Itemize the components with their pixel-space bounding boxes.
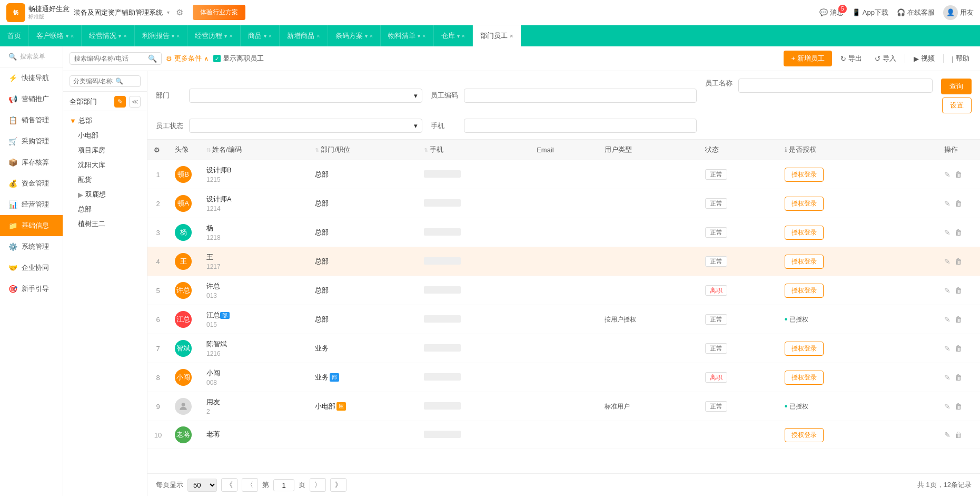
- page-size-select[interactable]: 50 100: [187, 479, 217, 492]
- sidebar-item-collab[interactable]: 🤝 企业协同: [0, 257, 63, 278]
- auth-login-button[interactable]: 授权登录: [785, 255, 824, 269]
- edit-icon[interactable]: ✎: [944, 199, 951, 208]
- sidebar-item-ops[interactable]: 📊 经营管理: [0, 194, 63, 215]
- tab-close[interactable]: ×: [229, 33, 232, 39]
- delete-icon[interactable]: 🗑: [955, 344, 962, 353]
- page-number-input[interactable]: [273, 479, 294, 491]
- edit-icon[interactable]: ✎: [944, 228, 951, 237]
- settings-icon[interactable]: ⚙: [176, 7, 183, 17]
- tab-add-goods[interactable]: 新增商品 ×: [280, 25, 328, 46]
- tab-customer[interactable]: 客户联络 ▾ ×: [29, 25, 82, 46]
- sidebar-item-guide[interactable]: 🎯 新手引导: [0, 278, 63, 299]
- tab-goods[interactable]: 商品 ▾ ×: [241, 25, 280, 46]
- tab-close[interactable]: ×: [316, 33, 320, 39]
- sidebar-item-system[interactable]: ⚙️ 系统管理: [0, 236, 63, 257]
- dept-node-zongbu[interactable]: 总部: [63, 202, 147, 217]
- tab-close[interactable]: ×: [176, 33, 180, 39]
- tab-bom[interactable]: 物料清单 ▾ ×: [381, 25, 433, 46]
- show-resigned-toggle[interactable]: ✓ 显示离职员工: [213, 54, 264, 63]
- th-dept-position[interactable]: ⇅ 部门/职位: [309, 140, 417, 160]
- collapse-dept-btn[interactable]: ≪: [129, 96, 141, 108]
- tab-close[interactable]: ×: [510, 33, 513, 39]
- filter-emp-name-input[interactable]: [738, 79, 933, 93]
- edit-icon[interactable]: ✎: [944, 431, 951, 439]
- auth-login-button[interactable]: 授权登录: [785, 428, 824, 442]
- filter-dept-select[interactable]: ▾: [189, 89, 422, 103]
- more-filter-btn[interactable]: ⚙ 更多条件 ∧: [166, 54, 209, 63]
- tab-close[interactable]: ×: [123, 33, 126, 39]
- help-btn[interactable]: | 帮助: [948, 52, 974, 65]
- dept-search-box[interactable]: 🔍: [70, 75, 141, 87]
- filter-emp-code-input[interactable]: [464, 89, 697, 103]
- tab-home[interactable]: 首页: [0, 25, 29, 46]
- tab-barcode[interactable]: 条码方案 ▾ ×: [328, 25, 381, 46]
- view-btn[interactable]: ▶ 视频: [909, 52, 939, 65]
- import-btn[interactable]: ↺ 导入: [870, 52, 900, 65]
- system-dropdown-arrow[interactable]: ▾: [167, 9, 170, 15]
- sidebar-item-basic[interactable]: 📁 基础信息: [0, 215, 63, 236]
- add-employee-button[interactable]: + 新增员工: [784, 51, 831, 66]
- app-download-btn[interactable]: 📱 App下载: [852, 8, 888, 17]
- dept-node-xiaodian[interactable]: 小电部: [63, 128, 147, 143]
- auth-login-button[interactable]: 授权登录: [785, 197, 824, 211]
- th-phone[interactable]: ⇅ 手机: [418, 140, 530, 160]
- tab-close[interactable]: ×: [422, 33, 425, 39]
- edit-icon[interactable]: ✎: [944, 402, 951, 411]
- tab-profit[interactable]: 利润报告 ▾ ×: [135, 25, 187, 46]
- sidebar-item-marketing[interactable]: 📢 营销推广: [0, 89, 63, 110]
- edit-icon[interactable]: ✎: [944, 286, 951, 295]
- tab-history[interactable]: 经营历程 ▾ ×: [187, 25, 240, 46]
- filter-status-select[interactable]: ▾: [189, 119, 422, 133]
- delete-icon[interactable]: 🗑: [955, 257, 962, 266]
- message-btn[interactable]: 💬 消息 5: [819, 8, 844, 17]
- edit-icon[interactable]: ✎: [944, 344, 951, 353]
- sidebar-item-finance[interactable]: 💰 资金管理: [0, 173, 63, 194]
- tab-warehouse[interactable]: 仓库 ▾ ×: [434, 25, 473, 46]
- sidebar-item-purchase[interactable]: 🛒 采购管理: [0, 131, 63, 152]
- sidebar-item-quicknav[interactable]: ⚡ 快捷导航: [0, 67, 63, 89]
- auth-login-button[interactable]: 授权登录: [785, 168, 824, 182]
- delete-icon[interactable]: 🗑: [955, 199, 962, 208]
- trial-button[interactable]: 体验行业方案: [193, 5, 245, 20]
- tab-close[interactable]: ×: [462, 33, 465, 39]
- query-button[interactable]: 查询: [941, 79, 972, 94]
- edit-icon[interactable]: ✎: [944, 257, 951, 266]
- delete-icon[interactable]: 🗑: [955, 286, 962, 295]
- dept-node-shenyang[interactable]: 沈阳大库: [63, 158, 147, 172]
- tab-close[interactable]: ×: [269, 33, 272, 39]
- delete-icon[interactable]: 🗑: [955, 228, 962, 237]
- delete-icon[interactable]: 🗑: [955, 315, 962, 324]
- set-button[interactable]: 设置: [942, 98, 972, 113]
- filter-phone-input[interactable]: [464, 119, 697, 133]
- edit-icon[interactable]: ✎: [944, 315, 951, 324]
- tab-operations[interactable]: 经营情况 ▾ ×: [82, 25, 134, 46]
- tab-close[interactable]: ×: [71, 33, 74, 39]
- dept-node-peihuo[interactable]: 配货: [63, 172, 147, 187]
- edit-icon[interactable]: ✎: [944, 373, 951, 382]
- prev-page-btn[interactable]: 〈: [242, 478, 258, 492]
- sidebar-item-sales[interactable]: 📋 销售管理: [0, 110, 63, 131]
- next-page-btn[interactable]: 〉: [310, 478, 326, 492]
- th-settings[interactable]: ⚙: [147, 140, 169, 160]
- export-btn[interactable]: ↻ 导出: [836, 52, 866, 65]
- employee-search-input[interactable]: [74, 55, 148, 62]
- sidebar-item-inventory[interactable]: 📦 库存核算: [0, 152, 63, 173]
- auth-login-button[interactable]: 授权登录: [785, 226, 824, 240]
- auth-login-button[interactable]: 授权登录: [785, 371, 824, 385]
- th-name-code[interactable]: ⇅ 姓名/编码: [200, 140, 309, 160]
- delete-icon[interactable]: 🗑: [955, 431, 962, 439]
- dept-search-input[interactable]: [73, 77, 115, 85]
- employee-search-box[interactable]: 🔍: [70, 52, 162, 65]
- user-avatar[interactable]: 👤 用友: [943, 5, 974, 20]
- delete-icon[interactable]: 🗑: [955, 170, 962, 179]
- dept-node-shuanglu[interactable]: ▶ 双鹿想: [63, 187, 147, 202]
- online-service-btn[interactable]: 🎧 在线客服: [897, 8, 935, 17]
- tab-employees[interactable]: 部门员工 ×: [473, 25, 521, 46]
- edit-icon[interactable]: ✎: [944, 170, 951, 179]
- tab-close[interactable]: ×: [370, 33, 373, 39]
- dept-node-zongbu-parent[interactable]: ▼ 总部: [63, 113, 147, 128]
- delete-icon[interactable]: 🗑: [955, 402, 962, 411]
- dept-node-project[interactable]: 项目库房: [63, 143, 147, 158]
- edit-dept-btn[interactable]: ✎: [114, 96, 126, 108]
- auth-login-button[interactable]: 授权登录: [785, 342, 824, 356]
